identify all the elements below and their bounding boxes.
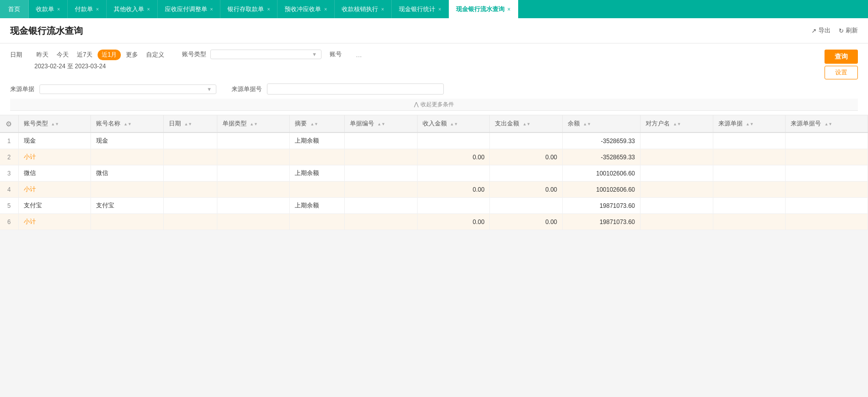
nav-tab-shoudan[interactable]: 收款单 × bbox=[29, 0, 68, 18]
table-cell: 0.00 bbox=[490, 149, 563, 165]
col-doc-type[interactable]: 单据类型 ▲▼ bbox=[217, 115, 290, 133]
date-option-more[interactable]: 更多 bbox=[123, 50, 141, 60]
sort-icon: ▲▼ bbox=[51, 122, 59, 126]
table-body: 1现金现金上期余额-3528659.332小计0.000.00-3528659.… bbox=[0, 133, 868, 230]
table-cell: 上期余额 bbox=[290, 165, 345, 182]
col-source-doc-num[interactable]: 来源单据号 ▲▼ bbox=[786, 115, 868, 133]
nav-tab-shoukuan[interactable]: 收款核销执行 × bbox=[335, 0, 392, 18]
col-source-doc[interactable]: 来源单据 ▲▼ bbox=[713, 115, 786, 133]
sort-icon: ▲▼ bbox=[310, 122, 318, 126]
close-icon[interactable]: × bbox=[508, 7, 511, 12]
table-cell: 5 bbox=[0, 198, 18, 214]
table-row: 1现金现金上期余额-3528659.33 bbox=[0, 133, 868, 149]
table-cell bbox=[490, 165, 563, 182]
collapse-bar[interactable]: ⋀ 收起更多条件 bbox=[10, 99, 858, 111]
source-doc-label: 来源单据 bbox=[10, 85, 34, 94]
nav-tab-yushou[interactable]: 预收冲应收单 × bbox=[278, 0, 335, 18]
date-options: 昨天 今天 近7天 近1月 更多 自定义 bbox=[33, 50, 167, 60]
table-cell bbox=[217, 214, 290, 230]
date-filter-label: 日期 bbox=[10, 51, 30, 59]
source-doc-select[interactable]: ▼ bbox=[39, 84, 216, 94]
table-cell bbox=[290, 149, 345, 165]
table-cell bbox=[163, 182, 217, 198]
date-option-1month[interactable]: 近1月 bbox=[98, 50, 121, 60]
col-expense[interactable]: 支出金额 ▲▼ bbox=[490, 115, 563, 133]
close-icon[interactable]: × bbox=[57, 7, 60, 12]
table-cell bbox=[345, 198, 418, 214]
nav-tab-qitashouru[interactable]: 其他收入单 × bbox=[107, 0, 158, 18]
export-button[interactable]: ↗ 导出 bbox=[811, 26, 831, 35]
data-table-wrapper: ⚙ 账号类型 ▲▼ 账号名称 ▲▼ 日期 ▲▼ 单据类型 ▲▼ bbox=[0, 115, 868, 230]
close-icon[interactable]: × bbox=[381, 7, 384, 12]
collapse-icon: ⋀ bbox=[414, 101, 420, 107]
sort-icon: ▲▼ bbox=[746, 122, 754, 126]
nav-tab-tongji[interactable]: 现金银行统计 × bbox=[392, 0, 449, 18]
table-cell: 0.00 bbox=[490, 214, 563, 230]
more-options-icon[interactable]: ... bbox=[354, 51, 364, 59]
table-cell bbox=[345, 214, 418, 230]
nav-home[interactable]: 首页 bbox=[0, 0, 29, 18]
table-cell: 19871073.60 bbox=[562, 214, 640, 230]
close-icon[interactable]: × bbox=[267, 7, 270, 12]
close-icon[interactable]: × bbox=[324, 7, 327, 12]
table-cell bbox=[163, 133, 217, 149]
date-option-today[interactable]: 今天 bbox=[54, 50, 72, 60]
settings-button[interactable]: 设置 bbox=[825, 66, 858, 79]
close-icon[interactable]: × bbox=[147, 7, 150, 12]
sort-icon: ▲▼ bbox=[250, 122, 258, 126]
table-cell bbox=[713, 182, 786, 198]
table-cell bbox=[786, 165, 868, 182]
filter-row-source: 来源单据 ▼ 来源单据号 bbox=[10, 83, 858, 95]
close-icon[interactable]: × bbox=[210, 7, 213, 12]
close-icon[interactable]: × bbox=[96, 7, 99, 12]
nav-tab-yingshou[interactable]: 应收应付调整单 × bbox=[158, 0, 221, 18]
col-income[interactable]: 收入金额 ▲▼ bbox=[417, 115, 490, 133]
export-icon: ↗ bbox=[811, 27, 816, 34]
col-summary[interactable]: 摘要 ▲▼ bbox=[290, 115, 345, 133]
nav-tab-liushui[interactable]: 现金银行流水查询 × bbox=[449, 0, 518, 18]
table-cell: 微信 bbox=[18, 165, 91, 182]
query-button[interactable]: 查询 bbox=[825, 50, 858, 64]
col-balance[interactable]: 余额 ▲▼ bbox=[562, 115, 640, 133]
table-row: 6小计0.000.0019871073.60 bbox=[0, 214, 868, 230]
col-doc-number[interactable]: 单据编号 ▲▼ bbox=[345, 115, 418, 133]
data-table: ⚙ 账号类型 ▲▼ 账号名称 ▲▼ 日期 ▲▼ 单据类型 ▲▼ bbox=[0, 115, 868, 230]
sort-icon: ▲▼ bbox=[825, 122, 833, 126]
col-date[interactable]: 日期 ▲▼ bbox=[163, 115, 217, 133]
date-option-custom[interactable]: 自定义 bbox=[143, 50, 167, 60]
page-title: 现金银行流水查询 bbox=[10, 25, 83, 37]
date-option-7days[interactable]: 近7天 bbox=[74, 50, 96, 60]
filter-main-row: 日期 昨天 今天 近7天 近1月 更多 自定义 2023-02-24 至 202… bbox=[10, 50, 858, 79]
table-cell: -3528659.33 bbox=[562, 133, 640, 149]
col-account-name[interactable]: 账号名称 ▲▼ bbox=[91, 115, 164, 133]
table-cell: 1 bbox=[0, 133, 18, 149]
table-cell: 微信 bbox=[91, 165, 164, 182]
date-option-yesterday[interactable]: 昨天 bbox=[33, 50, 52, 60]
col-counterparty[interactable]: 对方户名 ▲▼ bbox=[640, 115, 713, 133]
table-cell bbox=[91, 149, 164, 165]
gear-icon[interactable]: ⚙ bbox=[6, 120, 12, 128]
refresh-button[interactable]: ↻ 刷新 bbox=[839, 26, 858, 35]
table-cell bbox=[490, 198, 563, 214]
col-account-type[interactable]: 账号类型 ▲▼ bbox=[18, 115, 91, 133]
table-cell bbox=[217, 165, 290, 182]
table-cell: 0.00 bbox=[417, 149, 490, 165]
nav-tab-fukuan[interactable]: 付款单 × bbox=[68, 0, 107, 18]
table-cell bbox=[345, 182, 418, 198]
sort-icon: ▲▼ bbox=[673, 122, 681, 126]
table-cell: 4 bbox=[0, 182, 18, 198]
account-type-select[interactable]: ▼ bbox=[210, 50, 322, 59]
table-cell: 现金 bbox=[91, 133, 164, 149]
top-navigation: 首页 收款单 × 付款单 × 其他收入单 × 应收应付调整单 × 银行存取款单 … bbox=[0, 0, 868, 18]
table-cell bbox=[417, 198, 490, 214]
account-type-label: 账号类型 bbox=[182, 50, 206, 59]
table-cell bbox=[786, 149, 868, 165]
nav-tab-yinhang[interactable]: 银行存取款单 × bbox=[220, 0, 278, 18]
table-row: 4小计0.000.00100102606.60 bbox=[0, 182, 868, 198]
source-doc-num-input[interactable] bbox=[267, 83, 444, 95]
table-cell bbox=[713, 133, 786, 149]
table-row: 3微信微信上期余额100102606.60 bbox=[0, 165, 868, 182]
table-cell bbox=[713, 165, 786, 182]
table-cell: -3528659.33 bbox=[562, 149, 640, 165]
close-icon[interactable]: × bbox=[438, 7, 441, 12]
